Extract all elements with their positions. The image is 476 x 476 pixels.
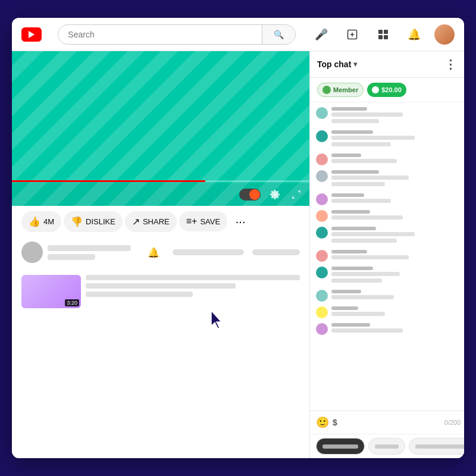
- chat-input-row: 🙂 $ 0/200 ➤: [316, 416, 458, 429]
- msg-name-line: [331, 154, 361, 157]
- progress-bar-container[interactable]: [12, 180, 309, 182]
- chat-message: [310, 304, 464, 321]
- chat-title-button[interactable]: Top chat ▾: [317, 60, 357, 69]
- mic-button[interactable]: 🎤: [311, 24, 332, 45]
- msg-avatar: [316, 250, 328, 262]
- channel-row: 🔔: [12, 237, 309, 268]
- dislike-button[interactable]: 👎 DISLIKE: [64, 211, 123, 232]
- bell-subscribe-button[interactable]: 🔔: [143, 242, 164, 263]
- avatar-button[interactable]: [434, 24, 455, 45]
- chat-input-area: 🙂 $ 0/200 ➤: [310, 411, 464, 434]
- msg-name-line: [331, 227, 376, 230]
- more-icon: ···: [236, 215, 246, 228]
- subscribe-bell-icon: 🔔: [148, 247, 159, 258]
- svg-rect-6: [384, 35, 388, 39]
- search-bar: 🔍: [58, 24, 296, 45]
- dislike-label: DISLIKE: [86, 217, 115, 226]
- chat-messages: [310, 102, 464, 411]
- chat-message: [310, 191, 464, 208]
- msg-name-line: [331, 193, 364, 197]
- save-label: SAVE: [200, 217, 220, 226]
- msg-content: [331, 267, 458, 285]
- msg-name-line: [331, 170, 379, 174]
- msg-text-line1: [331, 136, 415, 140]
- like-count: 4M: [43, 217, 54, 226]
- autoplay-toggle[interactable]: [239, 189, 261, 201]
- channel-avatar[interactable]: [21, 242, 43, 263]
- dislike-icon: 👎: [71, 216, 83, 227]
- msg-text-line1: [331, 232, 415, 236]
- chat-header: Top chat ▾ ⋮: [310, 51, 464, 78]
- msg-text-line1: [331, 199, 391, 203]
- chat-chip[interactable]: [368, 438, 405, 455]
- char-count: 0/200: [444, 419, 461, 426]
- msg-avatar: [316, 267, 328, 278]
- msg-avatar: [316, 154, 328, 165]
- rec-title-line1: [86, 275, 300, 280]
- msg-name-line: [331, 210, 370, 214]
- msg-content: [331, 306, 458, 318]
- video-actions: 👍 4M 👎 DISLIKE ↗ SHARE ≡+ SAVE ···: [12, 206, 309, 237]
- msg-text-line2: [331, 239, 397, 243]
- browser-window: 🔍 🎤 🔔: [12, 18, 464, 458]
- channel-info: [48, 245, 138, 260]
- share-icon: ↗: [132, 216, 140, 227]
- share-label: SHARE: [143, 217, 170, 226]
- chat-message: [310, 321, 464, 337]
- chat-text-input[interactable]: [341, 418, 441, 427]
- create-button[interactable]: [342, 24, 363, 45]
- channel-subs-placeholder: [48, 254, 95, 260]
- msg-avatar: [316, 306, 328, 318]
- chat-chip[interactable]: [409, 438, 464, 455]
- search-button[interactable]: 🔍: [262, 24, 295, 45]
- msg-name-line: [331, 290, 361, 293]
- msg-text-line1: [331, 159, 397, 163]
- rec-info: [86, 275, 300, 300]
- member-badge-icon: [322, 86, 331, 94]
- top-bar: 🔍 🎤 🔔: [12, 18, 464, 51]
- msg-text-line1: [331, 312, 385, 316]
- msg-text-line1: [331, 112, 403, 117]
- youtube-logo: [21, 27, 42, 42]
- rec-thumbnail: 3:20: [21, 275, 81, 308]
- search-input[interactable]: [58, 30, 262, 39]
- video-player[interactable]: [12, 51, 309, 206]
- super-chat-button[interactable]: $: [333, 418, 337, 427]
- more-button[interactable]: ···: [230, 211, 251, 232]
- super-chat-badge[interactable]: $20.00: [367, 83, 406, 97]
- apps-button[interactable]: [372, 24, 394, 45]
- super-chat-label: $20.00: [381, 86, 402, 93]
- share-button[interactable]: ↗ SHARE: [125, 211, 177, 232]
- msg-content: [331, 323, 458, 335]
- msg-content: [331, 227, 458, 245]
- chat-title-text: Top chat: [317, 60, 351, 69]
- chat-chip[interactable]: [316, 438, 365, 455]
- member-badge[interactable]: Member: [317, 83, 364, 97]
- recommended-item[interactable]: 3:20: [21, 275, 300, 308]
- video-stripes: [12, 51, 309, 206]
- toggle-knob: [249, 189, 260, 200]
- fullscreen-button[interactable]: [289, 187, 303, 202]
- msg-name-line: [331, 306, 358, 310]
- chat-message: [310, 168, 464, 191]
- msg-text-line1: [331, 295, 394, 299]
- settings-button[interactable]: [268, 187, 282, 202]
- super-chat-icon: [372, 86, 379, 93]
- msg-name-line: [331, 323, 370, 327]
- rec-title-line2: [86, 283, 236, 289]
- like-button[interactable]: 👍 4M: [21, 211, 61, 232]
- msg-content: [331, 130, 458, 149]
- save-button[interactable]: ≡+ SAVE: [179, 211, 227, 231]
- msg-name-line: [331, 107, 367, 111]
- msg-avatar: [316, 227, 328, 239]
- msg-avatar: [316, 290, 328, 302]
- msg-text-line1: [331, 328, 403, 333]
- chat-more-button[interactable]: ⋮: [444, 57, 457, 71]
- like-icon: 👍: [29, 216, 40, 227]
- msg-text-line2: [331, 278, 382, 283]
- msg-name-line: [331, 250, 367, 253]
- emoji-button[interactable]: 🙂: [316, 416, 329, 429]
- notifications-button[interactable]: 🔔: [403, 24, 425, 45]
- subscribe-bar-placeholder: [173, 249, 244, 255]
- rec-title-line3: [86, 292, 193, 297]
